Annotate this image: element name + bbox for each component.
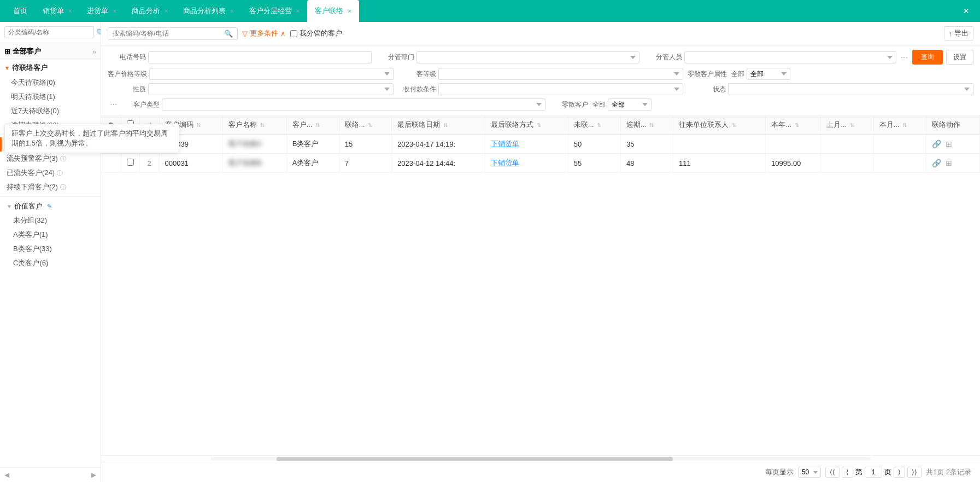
settings-button[interactable]: 设置 [946, 50, 973, 65]
per-page-select[interactable]: 50 [798, 467, 821, 478]
row2-code[interactable]: 000031 [159, 154, 223, 173]
nav-item-customer-tier[interactable]: 客户分层经营 × [242, 0, 307, 22]
sidebar-item-tomorrow[interactable]: 明天待联络(1) [0, 90, 101, 104]
col-header-this-month[interactable]: 本月... ⇅ [873, 115, 926, 135]
manager-select[interactable] [684, 51, 896, 63]
sidebar-header: ⊞ 全部客户 » [0, 43, 101, 60]
col-header-last-date[interactable]: 最后联络日期 ⇅ [391, 115, 485, 135]
col-header-name[interactable]: 客户名称 ⇅ [223, 115, 287, 135]
col-header-contact-person[interactable]: 往来单位联系人 ⇅ [673, 115, 766, 135]
nav-label-sales: 销货单 [43, 0, 64, 22]
customer-type-select[interactable] [162, 98, 545, 111]
edit-customer-group-icon[interactable]: ✎ [47, 203, 52, 210]
more-conditions-button[interactable]: ▽ 更多条件 ∧ [242, 28, 286, 38]
manager-dots[interactable]: ··· [901, 53, 908, 62]
nav-label-customer-contact: 客户联络 [315, 0, 343, 22]
row1-action-grid-icon[interactable]: ⊞ [946, 140, 952, 148]
sidebar-item-7days[interactable]: 近7天待联络(0) [0, 104, 101, 118]
col-header-last-way[interactable]: 最后联络方式 ⇅ [485, 115, 568, 135]
nav-label-home: 首页 [13, 0, 27, 22]
horizontal-scrollbar[interactable] [101, 455, 980, 462]
filter-more-dots[interactable]: ··· [110, 100, 117, 109]
filter-manager: 分管人员 ··· [644, 51, 908, 63]
sidebar-customer-group[interactable]: ▼ 价值客户 ✎ [0, 199, 101, 213]
row2-select[interactable] [127, 159, 134, 166]
last-page-button[interactable]: ⟩⟩ [907, 467, 922, 478]
filter-nature: 性质 [108, 83, 394, 95]
sidebar-item-tomorrow-label: 明天待联络(1) [11, 92, 55, 102]
filter-dept: 分管部门 [376, 51, 640, 63]
sidebar-bottom-arrow-right[interactable]: ▶ [91, 471, 96, 479]
sidebar-item-declining[interactable]: 持续下滑客户(2) ⓘ [0, 180, 101, 194]
export-icon: ↑ [949, 30, 953, 38]
total-records: 共1页 2条记录 [926, 467, 971, 477]
sparse-customer-select[interactable]: 全部 [608, 98, 652, 111]
page-number-input[interactable] [865, 467, 882, 478]
nature-select[interactable] [148, 83, 394, 95]
customer-grade-select[interactable] [438, 68, 684, 80]
sidebar-search-input[interactable] [4, 26, 94, 38]
sidebar-bottom-arrow-left[interactable]: ◀ [4, 471, 9, 479]
sidebar-search-icon[interactable]: 🔍 [96, 28, 101, 37]
nav-item-customer-contact[interactable]: 客户联络 × [307, 0, 359, 22]
query-button[interactable]: 查询 [912, 50, 943, 65]
sidebar-item-today[interactable]: 今天待联络(0) [0, 76, 101, 90]
row2-this-year: 10995.00 [766, 154, 821, 173]
sidebar-sub-item-c[interactable]: C类客户(6) [0, 256, 101, 270]
sidebar-sub-item-a[interactable]: A类客户(1) [0, 228, 101, 242]
sidebar-collapse-icon[interactable]: » [92, 48, 96, 56]
nav-close-analysis[interactable]: × [165, 0, 168, 22]
nav-close-customer-tier[interactable]: × [296, 0, 300, 22]
my-customer-checkbox[interactable] [290, 30, 297, 37]
toolbar-search-input[interactable] [113, 30, 222, 37]
col-header-overdue[interactable]: 逾期... ⇅ [620, 115, 673, 135]
sidebar-item-churned[interactable]: 已流失客户(24) ⓘ [0, 166, 101, 180]
row2-last-way-link[interactable]: 下销货单 [491, 159, 519, 167]
sidebar-sub-item-ungrouped[interactable]: 未分组(32) [0, 213, 101, 228]
col-header-this-year[interactable]: 本年... ⇅ [766, 115, 821, 135]
nav-item-purchase[interactable]: 进货单 × [79, 0, 124, 22]
row1-action-link-icon[interactable]: 🔗 [932, 140, 941, 148]
phone-label: 电话号码 [108, 53, 146, 62]
filter-row-2: 客户价格等级 客等级 零散客户属性 全部 全部 [108, 68, 973, 80]
nav-close-analysis-list[interactable]: × [230, 0, 233, 22]
sidebar-sub-item-b[interactable]: B类客户(33) [0, 242, 101, 256]
row1-last-way[interactable]: 下销货单 [485, 135, 568, 154]
nav-item-home[interactable]: 首页 [5, 0, 35, 22]
col-header-type[interactable]: 客户... ⇅ [286, 115, 339, 135]
row1-last-way-link[interactable]: 下销货单 [491, 140, 519, 148]
next-page-button[interactable]: ⟩ [894, 467, 905, 478]
dept-select[interactable] [416, 51, 640, 63]
sidebar-item-churn-warning[interactable]: 流失预警客户(3) ⓘ [0, 152, 101, 166]
phone-input[interactable] [148, 51, 372, 63]
status-select[interactable] [728, 83, 973, 95]
sparse-attr-label: 零散客户属性 [688, 69, 727, 79]
sidebar-bottom: ◀ ▶ [0, 467, 101, 482]
row1-type: B类客户 [286, 135, 339, 154]
row2-action-link-icon[interactable]: 🔗 [932, 159, 941, 167]
sidebar-all-customers[interactable]: ⊞ 全部客户 [4, 47, 41, 56]
prev-page-button[interactable]: ⟨ [842, 467, 853, 478]
nav-close-purchase[interactable]: × [113, 0, 116, 22]
payment-select[interactable] [438, 83, 684, 95]
nav-item-analysis-list[interactable]: 商品分析列表 × [175, 0, 241, 22]
nav-close-customer-contact[interactable]: × [348, 0, 351, 22]
sidebar-group-pending-label[interactable]: ▼ 待联络客户 [0, 60, 101, 76]
nav-item-analysis[interactable]: 商品分析 × [124, 0, 175, 22]
row2-contact-person: 111 [673, 154, 766, 173]
col-header-uncontacted[interactable]: 未联... ⇅ [568, 115, 620, 135]
row2-last-way[interactable]: 下销货单 [485, 154, 568, 173]
nav-item-sales[interactable]: 销货单 × [35, 0, 79, 22]
sidebar-divider-2 [0, 196, 101, 197]
scroll-thumb[interactable] [277, 457, 673, 461]
first-page-button[interactable]: ⟨⟨ [825, 467, 840, 478]
sparse-attr-select[interactable]: 全部 [747, 68, 790, 80]
col-header-last-month[interactable]: 上月... ⇅ [821, 115, 873, 135]
row2-action-grid-icon[interactable]: ⊞ [946, 159, 952, 167]
col-header-contact[interactable]: 联络... ⇅ [339, 115, 391, 135]
nav-close-sales[interactable]: × [68, 0, 72, 22]
price-grade-select[interactable] [149, 68, 394, 80]
export-button[interactable]: ↑ 导出 [944, 26, 974, 40]
close-all-button[interactable]: × [958, 5, 975, 17]
toolbar-search-icon[interactable]: 🔍 [224, 30, 233, 38]
